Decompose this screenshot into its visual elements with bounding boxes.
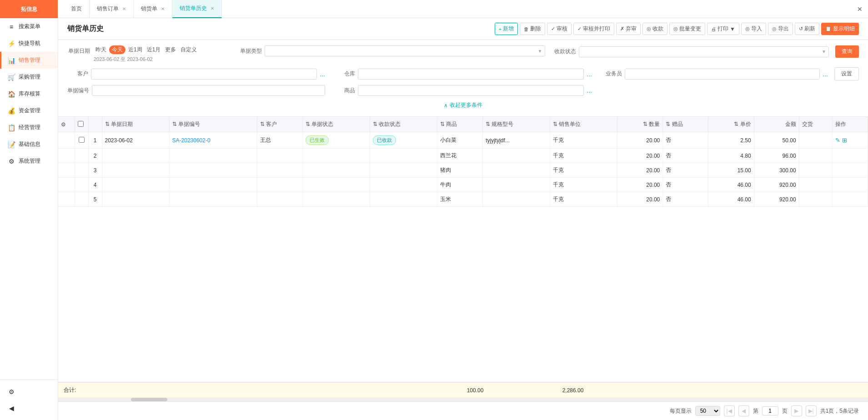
delete-button[interactable]: 🗑 删除 [520, 23, 545, 35]
col-seq [88, 117, 102, 132]
date-shortcut-custom[interactable]: 自定义 [179, 45, 199, 54]
receive-button[interactable]: ◎ 收款 [642, 23, 667, 35]
row-doc-no[interactable] [169, 149, 257, 163]
export-button[interactable]: ◎ 导出 [768, 23, 793, 35]
warehouse-dots[interactable]: ... [587, 70, 592, 78]
doc-type-select[interactable] [265, 45, 545, 56]
row-checkbox[interactable] [79, 137, 85, 143]
row-price: 2.50 [708, 132, 754, 149]
new-button-label: 新增 [503, 25, 514, 33]
horizontal-scrollbar[interactable] [58, 398, 868, 401]
window-close-btn[interactable]: ✕ [857, 5, 863, 13]
sidebar-item-quick-nav[interactable]: ⚡ 快捷导航 [0, 35, 58, 52]
tab-sales-goods[interactable]: 销货单 ✕ [134, 0, 172, 18]
goods-input[interactable] [358, 85, 584, 96]
tab-sales-history[interactable]: 销货单历史 ✕ [172, 0, 222, 18]
col-doc-status[interactable]: ⇅ 单据状态 [303, 117, 370, 132]
row-doc-no[interactable]: SA-20230602-0 [169, 132, 257, 149]
col-qty[interactable]: ⇅ 数量 [617, 117, 663, 132]
query-button[interactable]: 查询 [835, 45, 859, 58]
batch-change-button[interactable]: ◎ 批量变更 [669, 23, 705, 35]
doc-no-field: 单据编号 [67, 85, 325, 96]
col-date-label: 单据日期 [111, 121, 133, 127]
col-payment-status[interactable]: ⇅ 收款状态 [370, 117, 437, 132]
new-button[interactable]: + 新增 [495, 23, 518, 35]
sidebar-item-finance-mgmt[interactable]: 💰 资金管理 [0, 102, 58, 119]
sidebar-item-ops-mgmt[interactable]: 📋 经营管理 [0, 119, 58, 136]
row-doc-no[interactable] [169, 163, 257, 178]
pagination-bar: 每页显示 50 20 100 |◀ ◀ 第 页 ▶ ▶| 共1页，5条记录 [58, 401, 868, 420]
doc-status-badge: 已生效 [306, 135, 329, 145]
row-date: 2023-06-02 [102, 132, 169, 149]
date-shortcut-yesterday[interactable]: 昨天 [94, 45, 108, 54]
import-button[interactable]: ◎ 导入 [741, 23, 766, 35]
tab-sales-order-close[interactable]: ✕ [122, 6, 126, 11]
page-first-btn[interactable]: |◀ [724, 405, 735, 416]
sidebar-item-sales-mgmt[interactable]: 📊 销售管理 [0, 52, 58, 69]
print-button[interactable]: 🖨 打印 ▼ [707, 23, 739, 35]
page-label: 第 [753, 407, 758, 415]
col-gear[interactable]: ⚙ [58, 117, 75, 132]
row-spec [483, 149, 550, 163]
audit-button[interactable]: ✓ 审核 [547, 23, 572, 35]
sidebar-item-purchase-mgmt[interactable]: 🛒 采购管理 [0, 69, 58, 85]
tab-sales-goods-close[interactable]: ✕ [161, 6, 165, 11]
gear-icon[interactable]: ⚙ [61, 121, 66, 128]
customer-dots[interactable]: ... [320, 70, 325, 78]
refresh-button[interactable]: ↺ 刷新 [795, 23, 819, 35]
audit-print-button[interactable]: ✓ 审核并打印 [573, 23, 614, 35]
tab-sales-order[interactable]: 销售订单 ✕ [90, 0, 134, 18]
select-all-checkbox[interactable] [78, 121, 84, 127]
collapse-btn[interactable]: ∧ 收起更多条件 [67, 100, 859, 111]
row-doc-no[interactable] [169, 192, 257, 207]
copy-icon[interactable]: ⊞ [842, 137, 847, 144]
row-doc-no[interactable] [169, 178, 257, 192]
col-gift[interactable]: ⇅ 赠品 [663, 117, 708, 132]
col-customer[interactable]: ⇅ 客户 [257, 117, 302, 132]
date-shortcut-last7[interactable]: 近1周 [126, 45, 144, 54]
page-next-btn[interactable]: ▶ [791, 405, 802, 416]
sidebar-collapse-btn[interactable]: ◀ [0, 400, 58, 416]
sidebar-item-stock-calc[interactable]: 🏠 库存核算 [0, 85, 58, 102]
page-input[interactable] [762, 406, 778, 415]
table-scroll[interactable]: ⚙ ⇅ 单据日期 ⇅ 单据编 [58, 117, 868, 382]
date-shortcut-more[interactable]: 更多 [163, 45, 178, 54]
tab-home[interactable]: 首页 [64, 0, 90, 18]
table-row: 5 玉米 千克 20.00 否 46.00 920.00 [58, 192, 868, 207]
page-prev-btn[interactable]: ◀ [738, 405, 749, 416]
date-shortcut-today[interactable]: 今天 [109, 45, 125, 54]
refresh-icon: ↺ [799, 26, 803, 32]
scrollbar-thumb[interactable] [131, 398, 167, 401]
staff-input[interactable] [625, 69, 820, 80]
warehouse-input[interactable] [358, 69, 584, 80]
page-last-btn[interactable]: ▶| [806, 405, 817, 416]
abandon-button[interactable]: ✗ 弃审 [616, 23, 641, 35]
staff-dots[interactable]: ... [823, 70, 828, 78]
col-date[interactable]: ⇅ 单据日期 [102, 117, 169, 132]
settings-button[interactable]: 设置 [834, 67, 859, 80]
doc-no-input[interactable] [92, 85, 325, 96]
sidebar-settings-btn[interactable]: ⚙ [0, 384, 58, 400]
payment-status-select[interactable] [579, 46, 829, 57]
sidebar-item-sys-mgmt[interactable]: ⚙ 系统管理 [0, 153, 58, 170]
goods-dots[interactable]: ... [587, 87, 592, 94]
sidebar-item-base-info[interactable]: 📝 基础信息 [0, 136, 58, 153]
sidebar-item-search-menu[interactable]: ≡ 搜索菜单 [0, 18, 58, 35]
doc-no-link[interactable]: SA-20230602-0 [172, 137, 211, 144]
tab-sales-history-close[interactable]: ✕ [211, 6, 214, 11]
show-detail-button[interactable]: 📋 显示明细 [821, 23, 859, 35]
col-spec[interactable]: ⇅ 规格型号 [483, 117, 550, 132]
col-doc-no[interactable]: ⇅ 单据编号 [169, 117, 257, 132]
table-row: 4 牛肉 千克 20.00 否 46.00 920.00 [58, 178, 868, 192]
table-row: 3 猪肉 千克 20.00 否 15.00 300.00 [58, 163, 868, 178]
customer-input[interactable] [91, 69, 317, 80]
edit-icon[interactable]: ✎ [835, 137, 840, 144]
date-shortcut-last1m[interactable]: 近1月 [145, 45, 163, 54]
row-qty: 20.00 [617, 178, 663, 192]
col-goods[interactable]: ⇅ 商品 [437, 117, 482, 132]
col-price[interactable]: ⇅ 单价 [708, 117, 754, 132]
col-amount[interactable]: 金额 [754, 117, 799, 132]
page-size-select[interactable]: 50 20 100 [695, 406, 720, 416]
total-records: 共1页，5条记录 [820, 407, 859, 415]
col-unit[interactable]: ⇅ 销售单位 [550, 117, 617, 132]
